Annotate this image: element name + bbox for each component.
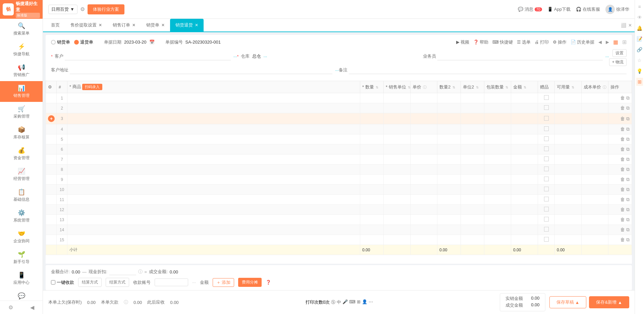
tab-return[interactable]: 销货退货 ✕ (170, 19, 204, 32)
row-unit2[interactable] (461, 235, 484, 245)
tab-home[interactable]: 首页 (46, 19, 65, 32)
row-product[interactable] (67, 175, 360, 185)
row-qty[interactable] (360, 195, 384, 205)
panel-icon-4[interactable]: 📝 (635, 35, 644, 43)
row-gift[interactable] (538, 134, 555, 144)
row-product[interactable] (67, 103, 360, 113)
gear-icon[interactable]: ⚙ (48, 84, 52, 89)
info-icon[interactable]: ⓘ (603, 85, 606, 89)
row-cost[interactable] (582, 93, 608, 103)
save-draft-button[interactable]: 保存草稿 ▲ (549, 296, 587, 308)
tab-sales[interactable]: 销货单 ✕ (141, 19, 170, 32)
row-price[interactable] (411, 195, 437, 205)
row-cost[interactable] (582, 103, 608, 113)
row-cost[interactable] (582, 215, 608, 225)
copy-row-icon[interactable]: ⧉ (626, 116, 630, 122)
row-price[interactable] (411, 165, 437, 175)
row-cost[interactable] (582, 124, 608, 134)
messages-button[interactable]: 💬 消息 70 (518, 6, 542, 12)
delete-row-icon[interactable]: 🗑 (620, 187, 625, 192)
copy-row-icon[interactable]: ⧉ (626, 136, 630, 142)
row-qty[interactable] (360, 124, 384, 134)
gift-checkbox[interactable] (544, 167, 549, 171)
row-amount[interactable] (511, 195, 538, 205)
row-unit[interactable] (384, 93, 411, 103)
one-click-checkbox[interactable] (51, 280, 55, 285)
row-unit[interactable] (384, 113, 411, 124)
maximize-icon[interactable]: ⬜ (621, 23, 626, 28)
row-amount[interactable] (511, 225, 538, 235)
row-available[interactable] (555, 165, 582, 175)
sidebar-item-purchase[interactable]: 🛒 采购管理 (0, 102, 43, 123)
row-unit2[interactable] (461, 215, 484, 225)
row-cost[interactable] (582, 185, 608, 195)
row-unit[interactable] (384, 235, 411, 245)
operate-btn[interactable]: ⚙ 操作 (553, 39, 567, 45)
row-qty[interactable] (360, 215, 384, 225)
gift-checkbox[interactable] (544, 136, 549, 141)
payment-method-btn[interactable]: 结算方式 (78, 278, 102, 287)
shortcut-btn[interactable]: ⌨ 快捷键 (492, 39, 513, 45)
row-amount[interactable] (511, 144, 538, 154)
tab-price-setting[interactable]: 售价提取设置 ✕ (65, 19, 107, 32)
row-qty2[interactable] (437, 93, 461, 103)
gift-checkbox[interactable] (544, 146, 549, 151)
row-qty2[interactable] (437, 144, 461, 154)
row-amount[interactable] (511, 205, 538, 215)
row-amount[interactable] (511, 113, 538, 124)
copy-row-icon[interactable]: ⧉ (626, 156, 630, 162)
row-amount[interactable] (511, 215, 538, 225)
add-row-btn[interactable]: + (48, 115, 55, 122)
row-gift[interactable] (538, 113, 555, 124)
row-price[interactable] (411, 175, 437, 185)
salesperson-input[interactable] (437, 52, 603, 60)
panel-icon-8[interactable]: ⊞ (636, 78, 643, 86)
row-unit[interactable] (384, 124, 411, 134)
row-available[interactable] (555, 134, 582, 144)
copy-row-icon[interactable]: ⧉ (626, 126, 630, 132)
row-price[interactable] (411, 93, 437, 103)
copy-row-icon[interactable]: ⧉ (626, 177, 630, 182)
row-pkg[interactable] (484, 124, 511, 134)
sidebar-item-wechat[interactable]: 💬 企业微信 (0, 289, 43, 301)
panel-icon-6[interactable]: ☆ (636, 56, 643, 64)
row-qty[interactable] (360, 103, 384, 113)
row-cost[interactable] (582, 235, 608, 245)
copy-row-icon[interactable]: ⧉ (626, 167, 630, 172)
row-unit[interactable] (384, 185, 411, 195)
row-available[interactable] (555, 144, 582, 154)
row-available[interactable] (555, 103, 582, 113)
row-price[interactable] (411, 124, 437, 134)
row-unit2[interactable] (461, 134, 484, 144)
row-qty[interactable] (360, 235, 384, 245)
row-unit2[interactable] (461, 103, 484, 113)
sort-icon[interactable]: ⇅ (572, 85, 574, 89)
copy-row-icon[interactable]: ⧉ (626, 146, 630, 152)
remark-input[interactable] (349, 66, 627, 74)
delete-row-icon[interactable]: 🗑 (620, 146, 625, 152)
calc-method-btn[interactable]: 结算方式 (106, 278, 129, 287)
sort-icon[interactable]: ⇅ (452, 85, 455, 89)
row-amount[interactable] (511, 124, 538, 134)
grid-view-icon[interactable]: ⊞ (622, 39, 627, 45)
row-available[interactable] (555, 175, 582, 185)
row-cost[interactable] (582, 165, 608, 175)
row-available[interactable] (555, 154, 582, 165)
row-unit2[interactable] (461, 144, 484, 154)
row-product[interactable] (67, 195, 360, 205)
panel-icon-5[interactable]: 🔗 (635, 46, 644, 54)
row-unit2[interactable] (461, 205, 484, 215)
row-pkg[interactable] (484, 205, 511, 215)
row-unit[interactable] (384, 103, 411, 113)
sidebar-item-marketing[interactable]: 📢 营销推广 (0, 60, 43, 81)
sidebar-item-quicknav[interactable]: ⚡ 快捷导航 (0, 40, 43, 60)
sidebar-item-search[interactable]: 🔍 搜索菜单 (0, 19, 43, 40)
gift-checkbox[interactable] (544, 227, 549, 232)
delete-row-icon[interactable]: 🗑 (620, 227, 625, 233)
delete-row-icon[interactable]: 🗑 (620, 197, 625, 202)
row-cost[interactable] (582, 195, 608, 205)
trial-btn[interactable]: 体验行业方案 (88, 4, 124, 14)
row-price[interactable] (411, 205, 437, 215)
settings-button[interactable]: 设置 (612, 49, 627, 57)
row-unit2[interactable] (461, 195, 484, 205)
